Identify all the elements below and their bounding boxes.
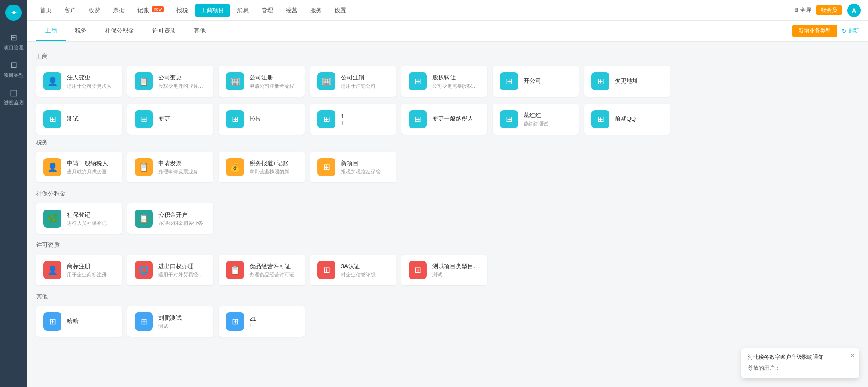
card-food-license[interactable]: 📋 食品经营许可证 办理食品经营许可证 <box>219 255 305 285</box>
nav-clients[interactable]: 客户 <box>59 4 81 17</box>
nav-billing[interactable]: 收费 <box>83 4 106 17</box>
card-open-company[interactable]: ⊞ 开公司 <box>493 66 579 97</box>
card-change-taxpayer[interactable]: ⊞ 变更一般纳税人 <box>401 104 487 135</box>
card-one[interactable]: ⊞ 1 1 <box>310 104 396 135</box>
card-company-cancel[interactable]: 🏢 公司注销 适用于注销公司 <box>310 66 396 97</box>
card-legal-change[interactable]: 👤 法人变更 适用于公司变更法人 <box>36 66 122 97</box>
card-test[interactable]: ⊞ 测试 <box>36 104 122 135</box>
legal-change-body: 法人变更 适用于公司变更法人 <box>67 74 115 89</box>
nav-admin[interactable]: 管理 <box>256 4 278 17</box>
card-equity-transfer[interactable]: ⊞ 股权转让 公司变更需要股权转让 <box>401 66 487 97</box>
card-housing-fund[interactable]: 📋 公积金开户 办理公积金相关业务 <box>127 203 213 234</box>
company-cancel-icon: 🏢 <box>317 72 335 90</box>
card-apply-taxpayer[interactable]: 👤 申请一般纳税人 当月或次月成变更完成 <box>36 152 122 182</box>
trademark-desc: 用于企业商标注册服务 <box>67 271 115 278</box>
vip-btn[interactable]: 畅会员 <box>816 5 842 15</box>
tab-shebao[interactable]: 社保公积金 <box>96 21 143 41</box>
food-license-desc: 办理食品经营许可证 <box>250 271 297 278</box>
company-change-title: 公司变更 <box>158 74 206 82</box>
topnav-right: 🖥 全屏 畅会员 A <box>793 4 861 17</box>
change-address-body: 变更地址 <box>615 77 663 86</box>
tab-qita[interactable]: 其他 <box>185 21 215 41</box>
tax-bookkeeping-icon: 💰 <box>226 158 244 176</box>
one-icon: ⊞ <box>317 110 335 128</box>
tab-xuke[interactable]: 许可资质 <box>143 21 185 41</box>
card-liupeng[interactable]: ⊞ 刘鹏测试 测试 <box>127 306 213 337</box>
shebao-section-title: 社保公积金 <box>36 190 859 198</box>
card-3a[interactable]: ⊞ 3A认证 对企业信誉评级 <box>310 255 396 285</box>
notification-content: 尊敬的用户： <box>748 364 853 373</box>
card-import-export[interactable]: 🌐 进出口权办理 适用于对外贸易经营者 <box>127 255 213 285</box>
guhong-body: 葛红红 葛红红测试 <box>524 112 571 127</box>
nav-services[interactable]: 服务 <box>305 4 327 17</box>
card-apply-invoice[interactable]: 📋 申请发票 办理申请发票业务 <box>127 152 213 182</box>
housing-fund-desc: 办理公积金相关业务 <box>158 220 206 227</box>
top-navigation: 首页 客户 收费 票据 记账 new 报税 工商项目 消息 管理 经营 服务 设… <box>27 0 868 21</box>
nav-tax[interactable]: 报税 <box>171 4 193 17</box>
card-new-project[interactable]: ⊞ 新项目 报税加税控盘保管 <box>310 152 396 182</box>
main-content: 工商 税务 社保公积金 许可资质 其他 新增业务类型 ↻ 刷新 工商 👤 法人变… <box>27 21 868 387</box>
apply-invoice-body: 申请发票 办理申请发票业务 <box>158 159 206 175</box>
project-type-icon: ⊟ <box>10 60 17 70</box>
xuke-section-title: 许可资质 <box>36 241 859 249</box>
change-address-icon: ⊞ <box>591 72 609 90</box>
social-insurance-desc: 进行人员社保登记 <box>67 220 115 227</box>
nav-tickets[interactable]: 票据 <box>108 4 130 17</box>
card-lala[interactable]: ⊞ 拉拉 <box>219 104 305 135</box>
nav-home[interactable]: 首页 <box>34 4 57 17</box>
import-export-body: 进出口权办理 适用于对外贸易经营者 <box>158 262 206 278</box>
21-body: 21 1 <box>250 315 297 328</box>
change-taxpayer-title: 变更一般纳税人 <box>432 115 480 123</box>
3a-body: 3A认证 对企业信誉评级 <box>341 262 389 278</box>
liupeng-body: 刘鹏测试 测试 <box>158 314 206 330</box>
tab-gongshang[interactable]: 工商 <box>36 21 66 41</box>
card-company-register[interactable]: 🏢 公司注册 申请公司注册全流程 <box>219 66 305 97</box>
card-21[interactable]: ⊞ 21 1 <box>219 306 305 337</box>
card-test-type[interactable]: ⊞ 测试项目类型目定义 测试 <box>401 255 487 285</box>
card-social-insurance[interactable]: 🌿 社保登记 进行人员社保登记 <box>36 203 122 234</box>
xuke-cards: 👤 商标注册 用于企业商标注册服务 🌐 进出口权办理 适用于对外贸易经营者 📋 … <box>36 255 859 285</box>
card-tax-bookkeeping[interactable]: 💰 税务报道+记账 拿到营业执照的新公司 <box>219 152 305 182</box>
nav-messages[interactable]: 消息 <box>231 4 254 17</box>
refresh-button[interactable]: ↻ 刷新 <box>842 27 859 35</box>
user-avatar[interactable]: A <box>847 4 861 17</box>
change-title: 变更 <box>158 115 206 123</box>
notification-title: 河北税务数字账户升级影响通知 <box>748 354 853 361</box>
social-insurance-body: 社保登记 进行人员社保登记 <box>67 211 115 227</box>
card-guhong[interactable]: ⊞ 葛红红 葛红红测试 <box>493 104 579 135</box>
card-change-address[interactable]: ⊞ 变更地址 <box>584 66 670 97</box>
3a-title: 3A认证 <box>341 262 389 270</box>
sidebar-item-project-mgmt[interactable]: ⊞ 项目管理 <box>0 28 27 56</box>
sidebar-item-project-type[interactable]: ⊟ 项目类型 <box>0 56 27 83</box>
notification-close-btn[interactable]: × <box>850 352 854 360</box>
card-haha[interactable]: ⊞ 哈哈 <box>36 306 122 337</box>
card-qqq[interactable]: ⊞ 前期QQ <box>584 104 670 135</box>
import-export-desc: 适用于对外贸易经营者 <box>158 271 206 278</box>
lala-title: 拉拉 <box>250 115 297 123</box>
food-license-icon: 📋 <box>226 261 244 279</box>
nav-settings[interactable]: 设置 <box>329 4 352 17</box>
apply-invoice-title: 申请发票 <box>158 159 206 168</box>
import-export-title: 进出口权办理 <box>158 262 206 270</box>
guhong-desc: 葛红红测试 <box>524 121 571 127</box>
add-type-button[interactable]: 新增业务类型 <box>792 25 837 37</box>
fullscreen-btn[interactable]: 🖥 全屏 <box>793 6 811 14</box>
sidebar-item-progress[interactable]: ◫ 进度监测 <box>0 83 27 111</box>
3a-icon: ⊞ <box>317 261 335 279</box>
tabs-actions: 新增业务类型 ↻ 刷新 <box>792 25 859 37</box>
nav-bizproject[interactable]: 工商项目 <box>195 4 230 17</box>
open-company-title: 开公司 <box>524 77 571 85</box>
company-change-desc: 股权变更外的业务变更 <box>158 83 206 89</box>
tab-shuiwu[interactable]: 税务 <box>66 21 96 41</box>
nav-accounting[interactable]: 记账 new <box>132 4 169 17</box>
housing-fund-body: 公积金开户 办理公积金相关业务 <box>158 211 206 227</box>
notification-popup: × 河北税务数字账户升级影响通知 尊敬的用户： <box>741 348 859 378</box>
nav-accounting-label: 记账 <box>137 7 149 14</box>
apply-taxpayer-title: 申请一般纳税人 <box>67 159 115 168</box>
card-change[interactable]: ⊞ 变更 <box>127 104 213 135</box>
card-trademark[interactable]: 👤 商标注册 用于企业商标注册服务 <box>36 255 122 285</box>
accounting-badge: new <box>152 6 164 12</box>
21-desc: 1 <box>250 323 297 328</box>
nav-operations[interactable]: 经营 <box>280 4 303 17</box>
card-company-change[interactable]: 📋 公司变更 股权变更外的业务变更 <box>127 66 213 97</box>
